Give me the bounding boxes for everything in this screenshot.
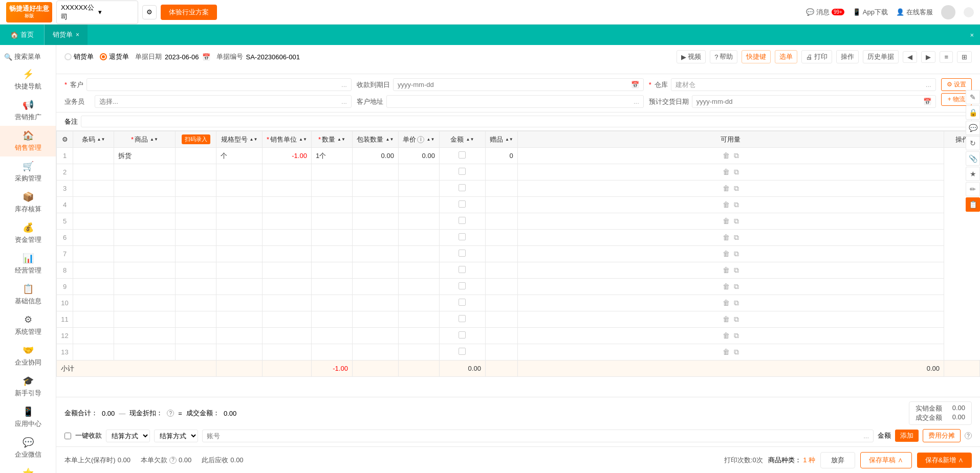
warehouse-input[interactable]: ... (671, 78, 936, 91)
row-qty[interactable] (263, 164, 312, 181)
row-spec[interactable] (176, 328, 216, 344)
row-product[interactable] (114, 181, 176, 197)
row-product[interactable] (114, 328, 176, 344)
row-unit-price[interactable] (352, 262, 398, 279)
row-gift[interactable] (439, 344, 485, 361)
sidebar-item-appstore[interactable]: 📱应用中心 (0, 402, 56, 433)
row-unit-price[interactable] (352, 181, 398, 197)
salesperson-dots[interactable]: ... (341, 98, 347, 105)
calc-method-select[interactable]: 结算方式 (106, 430, 150, 442)
sidebar-item-operation[interactable]: 📊经营管理 (0, 249, 56, 279)
price-sort-icon[interactable]: ▲▼ (426, 138, 434, 142)
copy-icon[interactable]: ⧉ (734, 217, 739, 225)
row-gift[interactable] (439, 279, 485, 295)
delete-icon[interactable]: 🗑 (723, 200, 730, 209)
row-gift[interactable] (439, 311, 485, 328)
gift-checkbox[interactable] (459, 250, 466, 257)
row-gift[interactable] (439, 295, 485, 311)
row-unit-price[interactable] (352, 246, 398, 262)
row-barcode[interactable] (73, 213, 114, 230)
row-amount[interactable] (398, 295, 439, 311)
row-spec[interactable] (176, 246, 216, 262)
sidebar-item-quick-nav[interactable]: ⚡快捷导航 (0, 64, 56, 95)
gift-checkbox[interactable] (459, 348, 466, 355)
row-qty[interactable] (263, 262, 312, 279)
float-orange-btn[interactable]: 📋 (966, 197, 980, 212)
row-spec[interactable] (176, 230, 216, 246)
row-pkg-qty[interactable] (311, 328, 352, 344)
customer-input[interactable]: ... (86, 78, 352, 91)
sidebar-item-basic[interactable]: 📋基础信息 (0, 279, 56, 310)
row-barcode[interactable] (73, 311, 114, 328)
gift-checkbox[interactable] (459, 184, 466, 191)
row-gift[interactable] (439, 262, 485, 279)
row-qty[interactable] (263, 295, 312, 311)
row-gift[interactable] (439, 181, 485, 197)
row-barcode[interactable] (73, 262, 114, 279)
float-pencil-btn[interactable]: ✏ (966, 182, 980, 196)
row-spec[interactable] (176, 262, 216, 279)
copy-icon[interactable]: ⧉ (734, 348, 739, 356)
row-spec[interactable] (176, 279, 216, 295)
row-product[interactable] (114, 230, 176, 246)
amount-sort-icon[interactable]: ▲▼ (466, 138, 474, 142)
sidebar-item-inventory[interactable]: 📦库存核算 (0, 187, 56, 218)
copy-icon[interactable]: ⧉ (734, 331, 739, 340)
copy-icon[interactable]: ⧉ (734, 282, 739, 290)
row-qty[interactable] (263, 246, 312, 262)
delete-icon[interactable]: 🗑 (723, 184, 730, 192)
copy-icon[interactable]: ⧉ (734, 184, 739, 192)
bill-missing-info[interactable]: ? (169, 457, 177, 464)
row-spec[interactable] (176, 344, 216, 361)
sidebar-search[interactable]: 🔍 搜索菜单 (0, 49, 56, 64)
row-product[interactable] (114, 311, 176, 328)
gift-checkbox[interactable] (459, 200, 466, 208)
calc-method-select2[interactable]: 结算方式 (154, 430, 198, 442)
delete-icon[interactable]: 🗑 (723, 299, 730, 307)
row-amount[interactable] (398, 197, 439, 213)
pkg-sort-icon[interactable]: ▲▼ (385, 138, 394, 142)
row-barcode[interactable] (73, 295, 114, 311)
grid-view-btn[interactable]: ⊞ (957, 51, 972, 63)
row-unit[interactable] (216, 246, 263, 262)
row-barcode[interactable] (73, 197, 114, 213)
row-amount[interactable] (398, 328, 439, 344)
account-input[interactable]: ... (202, 430, 874, 442)
row-qty[interactable] (263, 197, 312, 213)
receive-date-input[interactable]: 📅 (393, 78, 644, 91)
row-barcode[interactable] (73, 148, 114, 164)
history-btn[interactable]: 历史单据 (863, 50, 899, 63)
copy-icon[interactable]: ⧉ (734, 315, 739, 323)
unit-sort-icon[interactable]: ▲▼ (299, 138, 307, 142)
price-info-icon[interactable]: i (417, 136, 424, 143)
customer-text-input[interactable] (91, 81, 339, 88)
video-btn[interactable]: ▶ 视频 (677, 50, 706, 63)
row-unit[interactable] (216, 181, 263, 197)
row-qty[interactable]: -1.00 (263, 148, 312, 164)
row-spec[interactable] (176, 181, 216, 197)
sidebar-item-purchase[interactable]: 🛒采购管理 (0, 156, 56, 187)
number-value[interactable]: SA-20230606-001 (246, 53, 300, 61)
row-barcode[interactable] (73, 279, 114, 295)
row-qty[interactable] (263, 311, 312, 328)
gift-checkbox[interactable] (459, 233, 466, 240)
save-new-btn[interactable]: 保存&新增 ∧ (917, 453, 972, 468)
row-spec[interactable] (176, 197, 216, 213)
row-pkg-qty[interactable] (311, 295, 352, 311)
radio-return[interactable]: 退货单 (100, 52, 129, 61)
row-barcode[interactable] (73, 230, 114, 246)
operate-btn[interactable]: 操作 (836, 50, 859, 63)
salesperson-input[interactable]: ... (95, 95, 352, 108)
help-btn[interactable]: ? 帮助 (710, 50, 737, 63)
row-spec[interactable] (176, 213, 216, 230)
row-unit[interactable] (216, 262, 263, 279)
row-pkg-qty[interactable] (311, 164, 352, 181)
row-pkg-qty[interactable] (311, 213, 352, 230)
avatar[interactable] (941, 5, 955, 19)
row-pkg-qty[interactable]: 1个 (311, 148, 352, 164)
row-product[interactable] (114, 246, 176, 262)
copy-icon[interactable]: ⧉ (734, 266, 739, 274)
float-refresh-btn[interactable]: ↻ (966, 136, 980, 150)
row-gift[interactable] (439, 328, 485, 344)
row-product[interactable]: 拆货 (114, 148, 176, 164)
